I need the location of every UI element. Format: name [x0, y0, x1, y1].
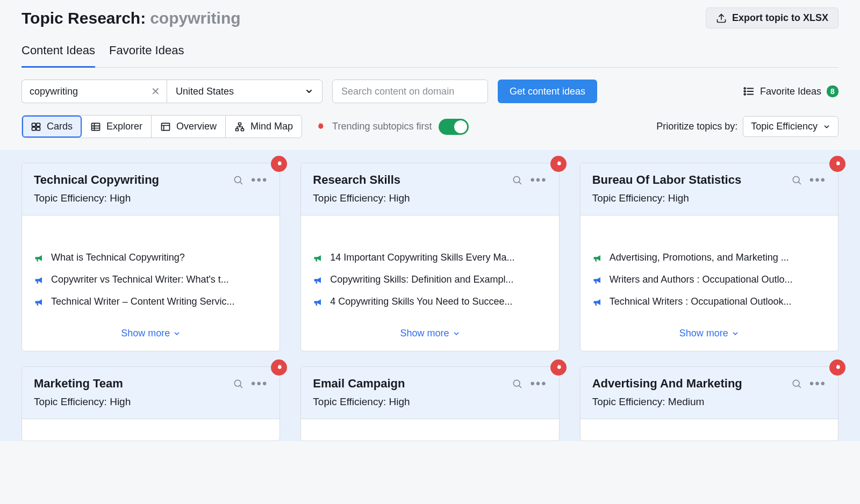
show-more: Show more: [301, 320, 558, 351]
view-overview[interactable]: Overview: [152, 116, 226, 138]
tab-content-ideas[interactable]: Content Ideas: [22, 44, 95, 68]
view-mindmap[interactable]: Mind Map: [226, 116, 302, 138]
search-icon[interactable]: [233, 175, 243, 185]
topic-card: Technical Copywriting•••Topic Efficiency…: [22, 163, 280, 351]
card-title: Email Campaign: [313, 377, 405, 391]
chevron-down-icon: [305, 87, 313, 96]
mindmap-icon: [234, 121, 245, 132]
search-icon[interactable]: [512, 175, 522, 185]
search-icon[interactable]: [791, 175, 802, 185]
card-more-menu[interactable]: •••: [530, 380, 547, 387]
idea-row[interactable]: Copywriter vs Technical Writer: What's t…: [34, 269, 268, 291]
chevron-down-icon: [453, 330, 460, 337]
show-more-link[interactable]: Show more: [679, 328, 739, 339]
card-more-menu[interactable]: •••: [251, 177, 268, 183]
chevron-down-icon: [732, 330, 739, 337]
svg-rect-9: [32, 127, 36, 130]
svg-line-28: [240, 386, 242, 388]
show-more: Show more: [580, 320, 838, 351]
country-select[interactable]: United States: [167, 80, 322, 103]
favorite-ideas-count: 8: [827, 85, 838, 97]
card-header: Marketing Team•••Topic Efficiency: High: [22, 367, 280, 419]
card-body: What is Technical Copywriting?Copywriter…: [22, 215, 280, 320]
topic-card: Marketing Team•••Topic Efficiency: High: [22, 366, 280, 441]
country-select-value: United States: [176, 86, 234, 97]
idea-row[interactable]: Advertising, Promotions, and Marketing .…: [592, 247, 826, 269]
idea-row[interactable]: What is Technical Copywriting?: [34, 247, 268, 269]
bullhorn-icon: [34, 275, 45, 285]
idea-text: Technical Writer – Content Writing Servi…: [51, 296, 234, 307]
card-body: [301, 419, 558, 441]
idea-row[interactable]: 14 Important Copywriting Skills Every Ma…: [313, 247, 547, 269]
card-efficiency: Topic Efficiency: High: [592, 192, 826, 204]
svg-rect-15: [162, 123, 170, 130]
domain-search-input[interactable]: Search content on domain: [332, 80, 488, 103]
favorite-ideas-link[interactable]: Favorite Ideas 8: [743, 85, 838, 97]
view-explorer[interactable]: Explorer: [82, 116, 152, 138]
svg-line-32: [799, 386, 801, 388]
show-more: Show more: [22, 320, 280, 351]
topic-card: Email Campaign•••Topic Efficiency: High: [300, 366, 559, 441]
view-cards[interactable]: Cards: [22, 116, 82, 138]
card-header: Research Skills•••Topic Efficiency: High: [301, 163, 558, 215]
svg-point-27: [234, 380, 241, 386]
chevron-down-icon: [823, 123, 830, 131]
trending-badge: [829, 156, 845, 172]
svg-point-29: [514, 380, 520, 386]
tab-favorite-ideas[interactable]: Favorite Ideas: [109, 44, 184, 68]
idea-text: Advertising, Promotions, and Marketing .…: [610, 252, 789, 263]
svg-point-5: [744, 91, 746, 92]
export-button[interactable]: Export topic to XLSX: [706, 8, 838, 28]
card-body: [22, 419, 280, 441]
show-more-link[interactable]: Show more: [121, 328, 181, 339]
svg-point-23: [514, 176, 520, 183]
card-more-menu[interactable]: •••: [809, 380, 826, 387]
topic-input-value: copywriting: [30, 86, 78, 97]
export-button-label: Export topic to XLSX: [732, 12, 828, 24]
clear-topic-icon[interactable]: ✕: [151, 85, 160, 98]
search-icon[interactable]: [791, 378, 802, 389]
favorite-ideas-label: Favorite Ideas: [760, 86, 821, 97]
trending-toggle[interactable]: [439, 119, 469, 135]
idea-text: Copywriting Skills: Definition and Examp…: [330, 274, 513, 285]
card-title: Marketing Team: [34, 377, 123, 391]
table-icon: [90, 121, 101, 132]
idea-row[interactable]: Copywriting Skills: Definition and Examp…: [313, 269, 547, 291]
card-title: Advertising And Marketing: [592, 377, 742, 391]
svg-point-31: [793, 380, 799, 386]
list-icon: [743, 85, 755, 97]
flame-icon: [554, 363, 563, 372]
upload-icon: [716, 13, 727, 24]
idea-text: Writers and Authors : Occupational Outlo…: [610, 274, 793, 285]
idea-row[interactable]: Technical Writers : Occupational Outlook…: [592, 291, 826, 313]
svg-point-4: [744, 88, 746, 89]
card-title: Research Skills: [313, 173, 400, 187]
prioritize-label: Prioritize topics by:: [656, 121, 737, 132]
trending-badge: [271, 359, 287, 376]
idea-row[interactable]: Writers and Authors : Occupational Outlo…: [592, 269, 826, 291]
svg-line-24: [519, 182, 521, 184]
page-title-prefix: Topic Research:: [22, 9, 146, 27]
search-icon[interactable]: [233, 378, 243, 389]
idea-row[interactable]: 4 Copywriting Skills You Need to Succee.…: [313, 291, 547, 313]
svg-rect-7: [32, 123, 36, 126]
card-more-menu[interactable]: •••: [809, 177, 826, 183]
search-icon[interactable]: [512, 378, 522, 389]
show-more-link[interactable]: Show more: [400, 328, 460, 339]
idea-text: What is Technical Copywriting?: [51, 252, 185, 263]
bullhorn-icon: [34, 253, 45, 263]
view-overview-label: Overview: [176, 121, 217, 132]
get-content-ideas-button[interactable]: Get content ideas: [498, 80, 597, 103]
idea-row[interactable]: Technical Writer – Content Writing Servi…: [34, 291, 268, 313]
card-title: Bureau Of Labor Statistics: [592, 173, 742, 187]
idea-text: 4 Copywriting Skills You Need to Succee.…: [330, 296, 512, 307]
card-more-menu[interactable]: •••: [530, 177, 547, 183]
card-efficiency: Topic Efficiency: High: [34, 192, 268, 204]
page-title: Topic Research: copywriting: [22, 9, 241, 27]
bullhorn-icon: [592, 275, 603, 285]
card-more-menu[interactable]: •••: [251, 380, 268, 387]
topic-card: Bureau Of Labor Statistics•••Topic Effic…: [580, 163, 838, 351]
topic-input[interactable]: copywriting ✕: [22, 80, 167, 103]
prioritize-select[interactable]: Topic Efficiency: [743, 116, 838, 137]
card-body: [580, 419, 838, 441]
